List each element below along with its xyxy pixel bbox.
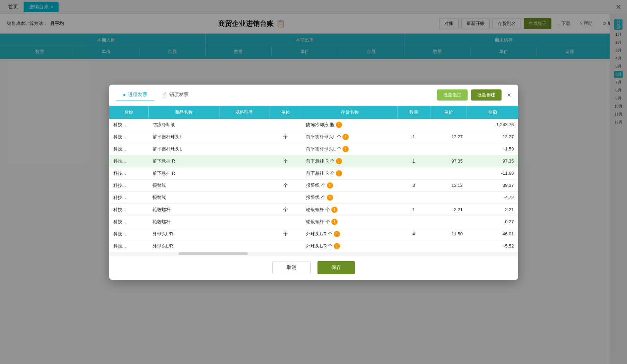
modal-close-button[interactable]: × xyxy=(507,92,511,98)
cell-qty: 1 xyxy=(397,131,430,143)
cell-unit xyxy=(269,143,302,155)
col-header-unit: 单位 xyxy=(269,106,302,119)
cell-unit: 个 xyxy=(269,203,302,216)
cell-spec xyxy=(219,240,269,252)
purchase-tab-icon: ● xyxy=(123,92,126,97)
warn-icon: ! xyxy=(331,219,338,225)
col-header-name: 名称 xyxy=(109,106,149,119)
cell-stock-name: 报警线 个 ! xyxy=(302,191,397,203)
cell-product: 前下悬挂 R xyxy=(148,155,219,167)
modal-overlay: ● 进项发票 📄 销项发票 批量指定 批量创建 × 名称 商品名 xyxy=(0,0,627,364)
cell-name: 科技... xyxy=(109,191,149,203)
cell-spec xyxy=(219,203,269,216)
cell-spec xyxy=(219,216,269,228)
tab-purchase-invoice[interactable]: ● 进项发票 xyxy=(116,89,154,101)
modal-table-wrapper[interactable]: 名称 商品名称 规格型号 单位 存货名称 数量 单价 金额 科技... 防冻冷却… xyxy=(109,106,518,252)
cell-unit xyxy=(269,119,302,131)
cell-product: 报警线 xyxy=(148,191,219,203)
sales-tab-icon: 📄 xyxy=(161,92,167,97)
cell-amount: -1.59 xyxy=(467,143,518,155)
warn-icon: ! xyxy=(327,194,333,201)
save-button[interactable]: 保存 xyxy=(317,261,355,274)
table-row: 科技... 前平衡杆球头L 前平衡杆球头L 个 ! -1.59 xyxy=(109,143,518,155)
warn-icon: ! xyxy=(336,170,342,176)
modal-dialog: ● 进项发票 📄 销项发票 批量指定 批量创建 × 名称 商品名 xyxy=(109,85,518,280)
cell-spec xyxy=(219,179,269,191)
table-header-row: 名称 商品名称 规格型号 单位 存货名称 数量 单价 金额 xyxy=(109,106,518,119)
col-header-qty: 数量 xyxy=(397,106,430,119)
tab-sales-invoice[interactable]: 📄 销项发票 xyxy=(154,89,195,101)
warn-icon: ! xyxy=(342,146,349,152)
col-header-spec: 规格型号 xyxy=(219,106,269,119)
cell-qty: 3 xyxy=(397,179,430,191)
cell-amount: 13.27 xyxy=(467,131,518,143)
invoice-table: 名称 商品名称 规格型号 单位 存货名称 数量 单价 金额 科技... 防冻冷却… xyxy=(109,106,518,252)
cell-unit-price: 13.12 xyxy=(430,179,467,191)
cell-name: 科技... xyxy=(109,143,149,155)
cell-product: 外球头L/R xyxy=(148,240,219,252)
modal-header-buttons: 批量指定 批量创建 xyxy=(437,89,502,101)
cell-spec xyxy=(219,119,269,131)
cell-unit-price xyxy=(430,167,467,179)
cell-qty xyxy=(397,119,430,131)
cell-unit-price: 97.35 xyxy=(430,155,467,167)
table-row: 科技... 前下悬挂 R 前下悬挂 R 个 ! -11.68 xyxy=(109,167,518,179)
cell-product: 前下悬挂 R xyxy=(148,167,219,179)
cell-unit-price xyxy=(430,143,467,155)
cell-name: 科技... xyxy=(109,216,149,228)
modal-header: ● 进项发票 📄 销项发票 批量指定 批量创建 × xyxy=(109,85,518,106)
warn-icon: ! xyxy=(336,158,342,164)
cell-product: 轮毂螺杆 xyxy=(148,216,219,228)
cell-stock-name: 前平衡杆球头L 个 ! xyxy=(302,131,397,143)
cell-spec xyxy=(219,191,269,203)
cell-stock-name: 轮毂螺杆 个 ! xyxy=(302,203,397,216)
cell-unit: 个 xyxy=(269,155,302,167)
cell-amount: -11.68 xyxy=(467,167,518,179)
warn-icon: ! xyxy=(342,134,349,140)
cell-unit: 个 xyxy=(269,131,302,143)
sales-tab-label: 销项发票 xyxy=(169,92,189,98)
table-row: 科技... 前平衡杆球头L 个 前平衡杆球头L 个 ! 1 13.27 13.2… xyxy=(109,131,518,143)
table-row: 科技... 防冻冷却液 防冻冷却液 瓶 ! -1,243.76 xyxy=(109,119,518,131)
cell-name: 科技... xyxy=(109,167,149,179)
warn-icon: ! xyxy=(327,182,333,189)
table-row: 科技... 前下悬挂 R 个 前下悬挂 R 个 ! 1 97.35 97.35 xyxy=(109,155,518,167)
cell-stock-name: 报警线 个 ! xyxy=(302,179,397,191)
cell-amount: -4.72 xyxy=(467,191,518,203)
cell-unit xyxy=(269,167,302,179)
col-header-amount: 金额 xyxy=(467,106,518,119)
cell-amount: -1,243.76 xyxy=(467,119,518,131)
cell-unit: 个 xyxy=(269,179,302,191)
cell-name: 科技... xyxy=(109,240,149,252)
cell-stock-name: 前下悬挂 R 个 ! xyxy=(302,167,397,179)
cell-qty xyxy=(397,167,430,179)
warn-icon: ! xyxy=(334,243,340,249)
cell-product: 外球头L/R xyxy=(148,228,219,240)
cancel-button[interactable]: 取消 xyxy=(272,261,311,274)
cell-name: 科技... xyxy=(109,203,149,216)
col-header-stock: 存货名称 xyxy=(302,106,397,119)
cell-amount: 97.35 xyxy=(467,155,518,167)
cell-unit xyxy=(269,240,302,252)
warn-icon: ! xyxy=(331,207,338,213)
cell-unit-price xyxy=(430,216,467,228)
cell-unit xyxy=(269,191,302,203)
table-row: 科技... 轮毂螺杆 个 轮毂螺杆 个 ! 1 2.21 2.21 xyxy=(109,203,518,216)
scrollbar-thumb xyxy=(178,252,248,255)
cell-product: 前平衡杆球头L xyxy=(148,143,219,155)
col-header-product: 商品名称 xyxy=(148,106,219,119)
modal-tabs: ● 进项发票 📄 销项发票 xyxy=(116,89,195,101)
cell-qty: 1 xyxy=(397,203,430,216)
cell-unit-price xyxy=(430,119,467,131)
batch-assign-button[interactable]: 批量指定 xyxy=(437,89,468,101)
purchase-tab-label: 进项发票 xyxy=(128,92,147,98)
batch-create-button[interactable]: 批量创建 xyxy=(471,89,502,101)
table-row: 科技... 报警线 个 报警线 个 ! 3 13.12 39.37 xyxy=(109,179,518,191)
modal-footer: 取消 保存 xyxy=(109,255,518,280)
cell-name: 科技... xyxy=(109,131,149,143)
cell-name: 科技... xyxy=(109,155,149,167)
cell-amount: 46.01 xyxy=(467,228,518,240)
horizontal-scrollbar[interactable] xyxy=(109,252,518,255)
cell-spec xyxy=(219,167,269,179)
cell-stock-name: 外球头L/R 个 ! xyxy=(302,240,397,252)
